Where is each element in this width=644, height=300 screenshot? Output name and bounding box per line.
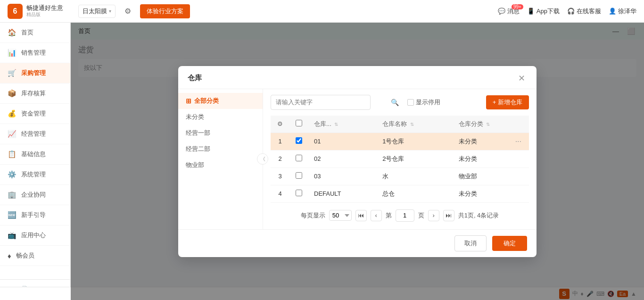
sidebar-label-sales: 销售管理 — [21, 49, 46, 57]
show-disabled-label: 显示停用 — [416, 98, 440, 107]
table-row[interactable]: 4 DEFAULT 总仓 未分类 — [271, 185, 529, 202]
modal-title: 仓库 — [188, 74, 202, 83]
guide-icon: 🆕 — [8, 211, 17, 219]
category-item-unclassified[interactable]: 未分类 — [178, 109, 263, 125]
app-icon: 📱 — [527, 8, 535, 15]
table-row[interactable]: 1 01 1号仓库 未分类 ··· — [271, 133, 529, 150]
content-area: 首页 — ⬜ 进货 按以下 仓库 ✕ — [71, 23, 644, 300]
sort-code-icon: ⇅ — [334, 122, 338, 127]
finance-icon: 💰 — [8, 109, 17, 118]
category-item-dept2[interactable]: 经营二部 — [178, 141, 263, 157]
table-row[interactable]: 3 03 水 物业部 — [271, 167, 529, 185]
online-service-label: 在线客服 — [577, 7, 601, 16]
cancel-button[interactable]: 取消 — [454, 235, 487, 251]
message-icon: 💬 — [498, 8, 505, 15]
show-disabled-checkbox-label[interactable]: 显示停用 — [407, 98, 440, 107]
sidebar-item-member[interactable]: ♦ 畅会员 — [0, 246, 70, 266]
logo-icon: 6 — [8, 4, 23, 19]
settings-icon[interactable]: ⚙ — [121, 5, 134, 18]
row-checkbox-cell — [289, 185, 308, 202]
sidebar-item-basic[interactable]: 📋 基础信息 — [0, 144, 70, 165]
row-code: 03 — [308, 167, 377, 185]
table-row[interactable]: 2 02 2号仓库 未分类 — [271, 150, 529, 167]
search-icon[interactable]: 🔍 — [391, 99, 399, 106]
prev-page-button[interactable]: ‹ — [371, 210, 382, 221]
row-category: 未分类 — [453, 150, 529, 167]
page-number-input[interactable] — [396, 209, 414, 222]
category-item-dept1[interactable]: 经营一部 — [178, 125, 263, 141]
header-right: 💬 消息 99+ 📱 App下载 🎧 在线客服 👤 徐泽华 — [498, 7, 636, 16]
col-name-label: 仓库名称 — [382, 120, 407, 127]
table-header: ⚙ 仓库... ⇅ — [271, 116, 529, 133]
category-all-label: 全部分类 — [194, 97, 219, 105]
row-checkbox-cell — [289, 133, 308, 150]
sidebar-item-system[interactable]: ⚙️ 系统管理 — [0, 165, 70, 185]
sidebar-item-inventory[interactable]: 📦 库存核算 — [0, 83, 70, 104]
trial-button[interactable]: 体验行业方案 — [140, 4, 190, 18]
search-input[interactable] — [271, 95, 371, 110]
table-panel: 🔍 显示停用 + 新增仓库 — [263, 89, 537, 229]
table-header-row: ⚙ 仓库... ⇅ — [271, 116, 529, 133]
chevron-down-icon: ▾ — [109, 8, 111, 14]
row-index: 2 — [271, 150, 289, 167]
show-disabled-checkbox[interactable] — [407, 99, 414, 106]
row-checkbox[interactable] — [296, 155, 302, 161]
next-page-button[interactable]: › — [428, 210, 439, 221]
store-name: 日太阳膜 — [83, 7, 107, 16]
sidebar-item-apps[interactable]: 📺 应用中心 — [0, 225, 70, 246]
sales-icon: 📊 — [8, 49, 17, 57]
sidebar-label-apps: 应用中心 — [21, 231, 46, 240]
modal-footer: 取消 确定 — [178, 229, 537, 257]
sidebar-label-enterprise: 企业协同 — [21, 191, 46, 199]
sidebar-item-sales[interactable]: 📊 销售管理 — [0, 43, 70, 63]
first-page-button[interactable]: ⏮ — [355, 210, 367, 221]
store-selector[interactable]: 日太阳膜 ▾ — [78, 5, 116, 18]
category-panel: ⊞ 全部分类 未分类 经营一部 经营二部 物业部 — [178, 89, 263, 229]
settings-col-icon: ⚙ — [277, 120, 283, 127]
sidebar-item-purchase[interactable]: 🛒 采购管理 — [0, 63, 70, 83]
row-checkbox[interactable] — [296, 190, 302, 196]
sidebar-item-guide[interactable]: 🆕 新手引导 — [0, 205, 70, 225]
app-download-item[interactable]: 📱 App下载 — [527, 7, 560, 16]
online-service-item[interactable]: 🎧 在线客服 — [567, 7, 601, 16]
headset-icon: 🎧 — [567, 8, 575, 15]
row-name: 总仓 — [377, 185, 453, 202]
sidebar-item-finance[interactable]: 💰 资金管理 — [0, 104, 70, 124]
sidebar-label-member: 畅会员 — [16, 251, 34, 260]
category-label-2: 经营二部 — [186, 145, 210, 152]
sidebar-label-system: 系统管理 — [21, 170, 46, 179]
sidebar-label-inventory: 库存核算 — [21, 89, 46, 98]
purchase-icon: 🛒 — [8, 69, 17, 77]
last-page-button[interactable]: ⏭ — [443, 210, 454, 221]
logo-area: 6 畅捷通好生意 精品版 — [8, 4, 78, 19]
add-warehouse-button[interactable]: + 新增仓库 — [486, 95, 529, 109]
row-code: 02 — [308, 150, 377, 167]
select-all-checkbox[interactable] — [296, 120, 302, 126]
basic-icon: 📋 — [8, 150, 17, 158]
row-category: 未分类 ··· — [453, 133, 529, 150]
sidebar-item-home[interactable]: 🏠 首页 — [0, 23, 70, 43]
confirm-button[interactable]: 确定 — [492, 236, 527, 251]
col-category-label: 仓库分类 — [459, 120, 483, 127]
warehouse-table: ⚙ 仓库... ⇅ — [271, 116, 529, 203]
sidebar-item-operations[interactable]: 📈 经营管理 — [0, 124, 70, 144]
category-item-property[interactable]: 物业部 — [178, 157, 263, 173]
user-item[interactable]: 👤 徐泽华 — [609, 7, 636, 16]
row-index: 3 — [271, 167, 289, 185]
message-badge: 99+ — [512, 4, 523, 9]
row-actions[interactable]: ··· — [515, 137, 521, 146]
row-checkbox[interactable] — [296, 172, 302, 179]
total-info: 共1页, 4条记录 — [458, 211, 499, 220]
modal-close-button[interactable]: ✕ — [516, 73, 527, 84]
search-wrapper: 🔍 — [271, 95, 403, 110]
category-all-item[interactable]: ⊞ 全部分类 — [178, 93, 263, 109]
message-item[interactable]: 💬 消息 99+ — [498, 7, 520, 16]
collapse-panel-button[interactable]: 《 — [257, 153, 268, 165]
pagination: 每页显示 50 10 20 100 ⏮ ‹ 第 页 — [271, 203, 529, 224]
per-page-select[interactable]: 50 10 20 100 — [329, 210, 352, 221]
category-label-3: 物业部 — [186, 161, 204, 168]
col-category: 仓库分类 ⇅ — [453, 116, 529, 133]
sidebar-item-enterprise[interactable]: 🏢 企业协同 — [0, 185, 70, 205]
col-name: 仓库名称 ⇅ — [377, 116, 453, 133]
row-checkbox[interactable] — [296, 137, 302, 144]
